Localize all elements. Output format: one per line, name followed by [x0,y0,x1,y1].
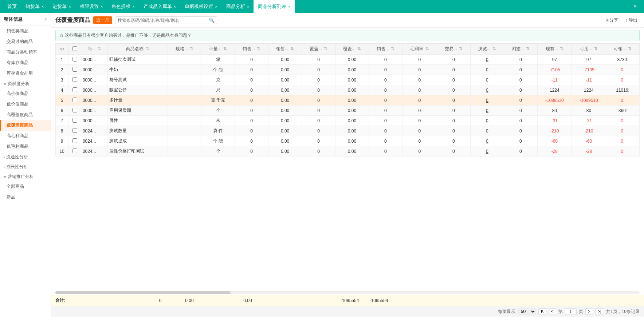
row-checkbox[interactable] [72,57,77,62]
nav-product-inbound[interactable]: 产成品入库单 × [139,0,180,13]
select-all-checkbox[interactable] [72,46,77,51]
nav-roles[interactable]: 角色授权 × [107,0,139,13]
nav-home[interactable]: 首页 [3,0,21,13]
nav-product-analysis-list[interactable]: 商品分析列表 × [254,0,295,13]
row-checkbox[interactable] [72,77,77,82]
sidebar-item-traded-goods[interactable]: 交易过的商品 [0,36,51,47]
th-current[interactable]: 现有... ⇅ [537,44,572,55]
cell-checkbox[interactable] [68,126,81,136]
close-icon[interactable]: × [215,4,217,9]
horizontal-scrollbar[interactable] [55,291,640,294]
sidebar-item-inventory-fund[interactable]: 库存资金占用 [0,68,51,79]
th-trade[interactable]: 交易... ⇅ [437,44,470,55]
sidebar-item-all-goods[interactable]: 全部商品 [0,181,51,192]
row-checkbox[interactable] [72,108,77,112]
last-page-button[interactable]: >| [595,308,604,315]
sidebar-item-in-stock-goods[interactable]: 有库存商品 [0,58,51,68]
cell-checkbox[interactable] [68,136,81,146]
window-close-button[interactable]: × [629,3,641,10]
th-cover1[interactable]: 覆盖... ⇅ [302,44,335,55]
cell-browse1[interactable]: 0 [470,95,504,106]
close-icon[interactable]: × [101,4,103,9]
cell-browse1[interactable]: 0 [470,146,504,156]
sidebar-item-low-coverage[interactable]: 低覆盖度商品 [0,120,51,131]
th-sales3[interactable]: 销售... ⇅ [369,44,402,55]
cell-browse1[interactable]: 0 [470,55,504,65]
row-checkbox[interactable] [72,148,77,153]
cell-checkbox[interactable] [68,75,81,85]
close-icon[interactable]: × [68,4,71,9]
close-icon[interactable]: × [288,4,290,9]
th-code[interactable]: 商... ⇅ [81,44,107,55]
date-filter-button[interactable]: 近一月 [93,16,112,24]
th-checkbox[interactable] [68,44,81,55]
browse-link[interactable]: 0 [486,128,488,134]
cell-browse1[interactable]: 0 [470,85,504,95]
next-page-button[interactable]: > [585,308,593,315]
row-checkbox[interactable] [72,118,77,123]
cell-checkbox[interactable] [68,55,81,65]
th-cover2[interactable]: 覆盖... ⇅ [335,44,369,55]
cell-checkbox[interactable] [68,106,81,116]
browse-link[interactable]: 0 [486,139,488,144]
th-browse2[interactable]: 浏览... ⇅ [504,44,537,55]
cell-checkbox[interactable] [68,85,81,95]
cell-browse1[interactable]: 0 [470,116,504,126]
nav-purchase[interactable]: 进货单 × [48,0,75,13]
close-icon[interactable]: × [247,4,249,9]
browse-link[interactable]: 0 [486,67,488,72]
browse-link[interactable]: 0 [486,78,488,83]
scrollbar-thumb[interactable] [55,291,231,294]
cell-browse1[interactable]: 0 [470,126,504,136]
row-checkbox[interactable] [72,98,77,102]
th-sales1[interactable]: 销售... ⇅ [235,44,268,55]
row-checkbox[interactable] [72,87,77,92]
th-name[interactable]: 商品名称 ⇅ [107,44,168,55]
cell-browse1[interactable]: 0 [470,65,504,75]
cell-checkbox[interactable] [68,146,81,156]
browse-link[interactable]: 0 [486,88,488,93]
th-browse1[interactable]: 浏览... ⇅ [470,44,504,55]
cell-browse1[interactable]: 0 [470,106,504,116]
th-available[interactable]: 可用... ⇅ [572,44,606,55]
nav-template-settings[interactable]: 单据模板设置 × [180,0,221,13]
th-spec[interactable]: 规格... ⇅ [168,44,201,55]
prev-page-button[interactable]: < [549,308,556,315]
first-page-button[interactable]: K [538,308,546,315]
th-margin[interactable]: 毛利率 ⇅ [402,44,437,55]
browse-link[interactable]: 0 [486,98,488,103]
sidebar-item-high-margin[interactable]: 高毛利商品 [0,131,51,141]
cell-browse1[interactable]: 0 [470,136,504,146]
th-settings[interactable]: ⚙ [56,44,68,55]
export-button[interactable]: ↑ 导出 [623,16,640,24]
th-sellable[interactable]: 可销... ⇅ [606,44,639,55]
sidebar-item-low-margin[interactable]: 低毛利商品 [0,141,51,152]
cell-checkbox[interactable] [68,116,81,126]
sidebar-item-new-goods[interactable]: 新品 [0,192,51,202]
browse-link[interactable]: 0 [486,108,488,113]
sidebar-item-high-value[interactable]: 高价值商品 [0,88,51,99]
row-checkbox[interactable] [72,128,77,133]
sidebar-item-low-value[interactable]: 低价值商品 [0,99,51,110]
sidebar-item-sales-goods[interactable]: 销售类商品 [0,26,51,36]
close-icon[interactable]: × [132,4,134,9]
close-icon[interactable]: × [174,4,176,9]
sidebar-item-high-coverage[interactable]: 高覆盖度商品 [0,110,51,120]
browse-link[interactable]: 0 [486,149,488,154]
cell-checkbox[interactable] [68,65,81,75]
row-checkbox[interactable] [72,67,77,72]
browse-link[interactable]: 0 [486,118,488,123]
page-number-input[interactable] [565,308,577,315]
share-button[interactable]: ⎘ 分享 [604,16,620,24]
sidebar-section-marketing[interactable]: ∨ 营销推广分析 [0,171,51,181]
nav-sales[interactable]: 销货单 × [21,0,48,13]
sidebar-section-liquidity[interactable]: › 流通性分析 [0,152,51,162]
per-page-select[interactable]: 50 20 100 [518,308,536,315]
row-checkbox[interactable] [72,138,77,143]
sidebar-section-cluster-analysis[interactable]: ∨ 类群度分析 [0,79,51,88]
browse-link[interactable]: 0 [486,57,488,62]
close-icon[interactable]: × [42,4,44,9]
nav-permissions[interactable]: 权限设置 × [75,0,107,13]
sidebar-item-category-sales-rate[interactable]: 商品分类动销率 [0,47,51,58]
cell-browse1[interactable]: 0 [470,75,504,85]
